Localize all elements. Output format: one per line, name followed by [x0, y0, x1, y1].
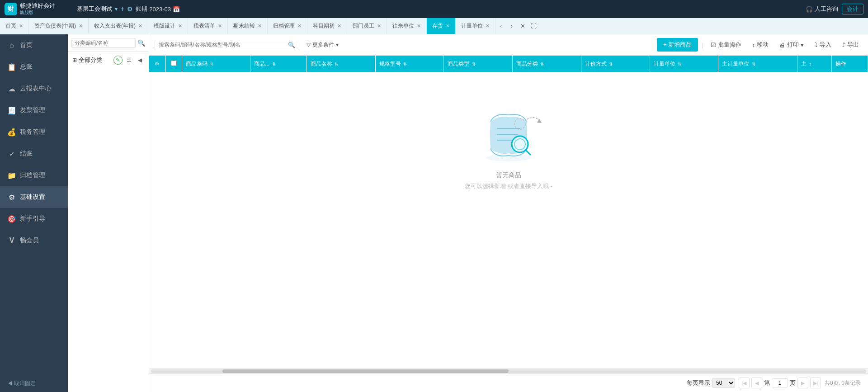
main-layout: ⌂ 首页 📋 总账 ☁ 云报表中心 🧾 发票管理 💰 税务管理 ✓ 结账 📁 归… — [0, 34, 868, 392]
prev-page-button[interactable]: ◀ — [751, 378, 762, 388]
th-checkbox[interactable] — [165, 56, 182, 72]
category-search-icon[interactable]: 🔍 — [137, 39, 145, 47]
service-button[interactable]: 🎧 人工咨询 — [806, 5, 838, 13]
per-page-select[interactable]: 20 50 100 — [712, 378, 735, 388]
tab-archive-close[interactable]: ✕ — [297, 23, 302, 29]
company-chevron-icon[interactable]: ▾ — [115, 6, 118, 12]
cloud-icon: ☁ — [7, 85, 16, 93]
tab-template-close[interactable]: ✕ — [178, 23, 182, 29]
filter-button[interactable]: ▽ 更多条件 ▾ — [303, 39, 342, 51]
sidebar-item-tax[interactable]: 💰 税务管理 — [0, 121, 68, 143]
page-navigation: |◀ ◀ 第 页 ▶ ▶| — [739, 378, 821, 388]
tab-prev-button[interactable]: ‹ — [495, 18, 506, 34]
batch-operation-button[interactable]: ☑ 批量操作 — [707, 39, 745, 51]
export-button[interactable]: ⤴ 导出 — [839, 39, 863, 51]
th-spec[interactable]: 规格型号 ⇅ — [375, 56, 444, 72]
calendar-icon[interactable]: 📅 — [173, 6, 180, 13]
main-content: 🔍 ⊞ 全部分类 ✎ ☰ ◀ 🔍 — [68, 34, 868, 392]
more-category-icon[interactable]: ☰ — [124, 56, 133, 65]
sidebar-item-member[interactable]: V 畅会员 — [0, 230, 68, 251]
next-page-button[interactable]: ▶ — [797, 378, 808, 388]
th-price-method-label: 计价方式 — [585, 61, 607, 67]
left-panel: 🔍 ⊞ 全部分类 ✎ ☰ ◀ — [68, 34, 149, 392]
sidebar-item-reports[interactable]: ☁ 云报表中心 — [0, 78, 68, 99]
th-category[interactable]: 商品分类 ⇅ — [513, 56, 581, 72]
tab-period-transfer-close[interactable]: ✕ — [258, 23, 262, 29]
th-barcode[interactable]: 商品条码 ⇅ — [182, 56, 250, 72]
th-main-unit[interactable]: 主计量单位 ⇅ — [718, 56, 797, 72]
col3-sort-icon: ↕ — [809, 61, 811, 66]
tab-dept-staff[interactable]: 部门员工 ✕ — [347, 18, 387, 34]
tab-balance-sheet[interactable]: 资产负债表(中期) ✕ — [29, 18, 89, 34]
sidebar-item-guide[interactable]: 🎯 新手引导 — [0, 208, 68, 230]
th-type-label: 商品类型 — [448, 61, 469, 67]
select-all-checkbox[interactable] — [171, 60, 177, 66]
type-sort-icon: ⇅ — [472, 61, 476, 66]
import-button[interactable]: ⤵ 导入 — [811, 39, 835, 51]
page-number-input[interactable] — [772, 378, 788, 387]
th-settings[interactable]: ⚙ — [149, 56, 165, 72]
total-records-info: 共0页, 0条记录 — [825, 379, 861, 387]
tab-contact[interactable]: 往来单位 ✕ — [387, 18, 427, 34]
tab-unit-close[interactable]: ✕ — [486, 23, 490, 29]
th-col3[interactable]: 主 ↕ — [797, 56, 832, 72]
tab-subject-init[interactable]: 科目期初 ✕ — [307, 18, 347, 34]
code-sort-icon: ⇅ — [272, 61, 276, 66]
th-unit[interactable]: 计量单位 ⇅ — [650, 56, 718, 72]
tab-expand-button[interactable]: ⛶ — [528, 18, 539, 34]
sidebar-item-basic[interactable]: ⚙ 基础设置 — [0, 186, 68, 208]
account-button[interactable]: 会计 — [842, 4, 863, 14]
ledger-icon: 📋 — [7, 63, 16, 71]
tab-income-close[interactable]: ✕ — [138, 23, 142, 29]
category-sort-icon: ⇅ — [540, 61, 544, 66]
sidebar-item-settle[interactable]: ✓ 结账 — [0, 143, 68, 165]
last-page-button[interactable]: ▶| — [810, 378, 821, 388]
tab-dept-close[interactable]: ✕ — [377, 23, 381, 29]
sidebar-item-invoice[interactable]: 🧾 发票管理 — [0, 99, 68, 121]
tab-subject-close[interactable]: ✕ — [337, 23, 341, 29]
tab-home-close[interactable]: ✕ — [19, 23, 23, 29]
sidebar-item-archive[interactable]: 📁 归档管理 — [0, 165, 68, 186]
th-price-method[interactable]: 计价方式 ⇅ — [581, 56, 650, 72]
sidebar-item-ledger[interactable]: 📋 总账 — [0, 56, 68, 78]
category-header[interactable]: ⊞ 全部分类 ✎ ☰ ◀ — [68, 52, 149, 68]
tab-unit[interactable]: 计量单位 ✕ — [456, 18, 495, 34]
sidebar-item-home[interactable]: ⌂ 首页 — [0, 34, 68, 56]
th-code[interactable]: 商品... ⇅ — [250, 56, 307, 72]
th-type[interactable]: 商品类型 ⇅ — [444, 56, 513, 72]
collapse-panel-icon[interactable]: ◀ — [135, 56, 144, 65]
tab-balance-close[interactable]: ✕ — [79, 23, 83, 29]
tab-next-button[interactable]: › — [506, 18, 517, 34]
first-page-button[interactable]: |◀ — [739, 378, 750, 388]
th-barcode-label: 商品条码 — [186, 61, 208, 67]
horizontal-scrollbar[interactable] — [149, 368, 868, 373]
edit-category-icon[interactable]: ✎ — [113, 56, 123, 65]
product-search-input[interactable] — [159, 42, 286, 48]
filter-chevron-icon: ▾ — [336, 42, 339, 48]
tab-contact-close[interactable]: ✕ — [417, 23, 421, 29]
scroll-thumb[interactable] — [222, 369, 509, 373]
unpin-button[interactable]: ◀ 取消固定 — [0, 375, 68, 392]
tab-home[interactable]: 首页 ✕ — [0, 18, 29, 34]
tab-period-transfer[interactable]: 期末结转 ✕ — [228, 18, 268, 34]
print-icon: 🖨 — [779, 42, 785, 48]
tab-tax-list[interactable]: 税表清单 ✕ — [188, 18, 228, 34]
product-search-icon[interactable]: 🔍 — [288, 42, 295, 48]
add-product-button[interactable]: + 新增商品 — [657, 38, 698, 52]
category-search-input[interactable] — [71, 38, 136, 48]
move-button[interactable]: ↕ 移动 — [749, 39, 773, 51]
tab-inventory-close[interactable]: ✕ — [446, 23, 450, 29]
tab-balance-label: 资产负债表(中期) — [34, 22, 76, 30]
tab-income[interactable]: 收入支出表(年报) ✕ — [89, 18, 148, 34]
th-name[interactable]: 商品名称 ⇅ — [307, 56, 375, 72]
sidebar-tax-label: 税务管理 — [20, 128, 45, 136]
main-unit-sort-icon: ⇅ — [752, 61, 755, 66]
tab-template[interactable]: 模版设计 ✕ — [148, 18, 188, 34]
print-button[interactable]: 🖨 打印 ▾ — [776, 39, 807, 51]
tab-tax-list-close[interactable]: ✕ — [218, 23, 222, 29]
tab-inventory[interactable]: 存货 ✕ — [427, 18, 456, 34]
settings-icon[interactable]: ⚙ — [127, 5, 133, 13]
add-company-icon[interactable]: + — [120, 5, 124, 13]
tab-archive[interactable]: 归档管理 ✕ — [268, 18, 307, 34]
tab-close-all-button[interactable]: ✕ — [517, 18, 528, 34]
